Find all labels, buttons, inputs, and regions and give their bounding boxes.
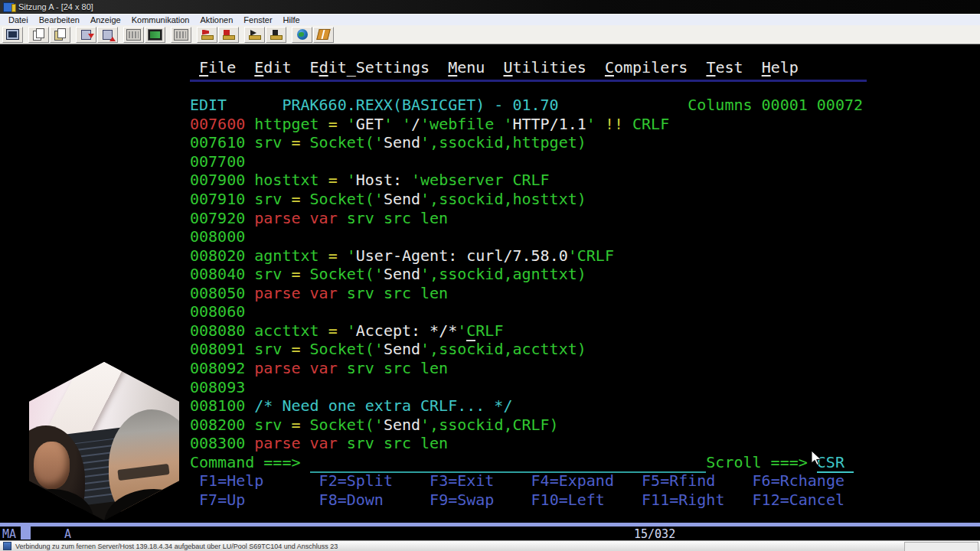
action-utilities[interactable]: Utilities bbox=[503, 58, 586, 77]
line-number: 007910 srv bbox=[190, 190, 291, 208]
terminal-row[interactable]: 007600 httpget = 'GET' '/'webfile 'HTTP/… bbox=[190, 115, 863, 134]
toolbar-stop-marked-button[interactable] bbox=[218, 27, 239, 43]
fkey-f5[interactable]: F5=Rfind bbox=[642, 471, 715, 490]
operator-information-area: MA A 15/032 bbox=[0, 527, 980, 540]
toolbar-play-marked-button[interactable] bbox=[197, 27, 217, 43]
action-menu[interactable]: Menu bbox=[448, 58, 485, 77]
fkey-f2[interactable]: F2=Split bbox=[319, 471, 393, 490]
terminal-row[interactable]: 008091 srv = Socket('Send',ssockid,acctt… bbox=[190, 340, 863, 359]
toolbar-send-file-button[interactable] bbox=[76, 27, 96, 43]
toolbar-display-colors-button[interactable] bbox=[145, 27, 165, 43]
menu-kommunikation[interactable]: Kommunikation bbox=[126, 15, 195, 25]
terminal-row[interactable]: 007610 srv = Socket('Send',ssockid,httpg… bbox=[190, 133, 863, 152]
fkey-f6[interactable]: F6=Rchange bbox=[753, 471, 844, 490]
app-icon[interactable] bbox=[3, 2, 15, 12]
terminal-row[interactable]: 008000 bbox=[190, 227, 863, 246]
action-test[interactable]: Test bbox=[706, 58, 743, 77]
menu-aktionen[interactable]: Aktionen bbox=[195, 15, 239, 25]
fkey-f9[interactable]: F9=Swap bbox=[430, 491, 494, 509]
line-number: 007600 bbox=[190, 115, 254, 133]
terminal-row[interactable]: 008200 srv = Socket('Send',ssockid,CRLF) bbox=[190, 416, 863, 435]
fkey-f11[interactable]: F11=Right bbox=[642, 491, 724, 509]
code-text: CRLF bbox=[623, 115, 669, 133]
mnemonic-letter: d bbox=[319, 58, 328, 77]
new-session-icon bbox=[6, 29, 19, 40]
toolbar-keyboard-map-button[interactable] bbox=[123, 27, 144, 43]
toolbar-macro-record-button[interactable] bbox=[171, 27, 191, 43]
terminal-row[interactable]: EDIT PRAK660.REXX(BASICGET) - 01.70 Colu… bbox=[190, 96, 863, 115]
editor-title: EDIT PRAK660.REXX(BASICGET) - 01.70 bbox=[190, 96, 559, 114]
terminal-row[interactable]: 008093 bbox=[190, 378, 863, 397]
toolbar-new-session-button[interactable] bbox=[2, 27, 23, 43]
fkey-f4[interactable]: F4=Expand bbox=[531, 471, 614, 490]
ispf-action-bar[interactable]: File Edit Edit_Settings Menu Utilities C… bbox=[190, 58, 863, 77]
toolbar-copy-button[interactable] bbox=[28, 27, 49, 43]
action-file[interactable]: File bbox=[199, 58, 236, 77]
code-text: ',ssockid,accttxt) bbox=[420, 340, 586, 358]
terminal-row[interactable]: 008300 parse var srv src len bbox=[190, 434, 863, 453]
code-text: / bbox=[411, 115, 420, 133]
code-text: srv src len bbox=[338, 434, 449, 452]
command-input[interactable] bbox=[310, 453, 707, 473]
menu-hilfe[interactable]: Hilfe bbox=[278, 15, 305, 25]
window-titlebar[interactable]: Sitzung A - [24 x 80] bbox=[0, 0, 980, 14]
toolbar-stop-macro-button[interactable] bbox=[266, 27, 286, 43]
code-text: ' bbox=[347, 246, 356, 265]
toolbar-web-browser-button[interactable] bbox=[292, 27, 312, 43]
code-text: 'CRLF bbox=[568, 246, 614, 265]
terminal-row[interactable]: 007900 hosttxt = 'Host: 'webserver CRLF bbox=[190, 171, 863, 190]
code-text: HTTP/1.1 bbox=[512, 115, 586, 133]
toolbar-play-macro-button[interactable] bbox=[244, 27, 265, 43]
code-text: Socket(' bbox=[310, 340, 384, 358]
menu-fenster[interactable]: Fenster bbox=[238, 15, 277, 25]
action-compilers[interactable]: Compilers bbox=[605, 58, 688, 77]
code-text: ' bbox=[586, 115, 605, 133]
fkey-row[interactable]: F7=Up F8=Down F9=Swap F10=Left F11=Right… bbox=[190, 491, 863, 510]
connection-status-bar: Verbindung zu zum fernen Server/Host 139… bbox=[0, 540, 980, 551]
fkey-f1[interactable]: F1=Help bbox=[199, 471, 263, 490]
scroll-value[interactable]: CSR bbox=[817, 453, 854, 473]
terminal-row[interactable] bbox=[190, 77, 863, 96]
line-number: 008000 bbox=[190, 227, 245, 246]
terminal-row[interactable]: 008092 parse var srv src len bbox=[190, 359, 863, 378]
terminal-row[interactable]: 007910 srv = Socket('Send',ssockid,hostt… bbox=[190, 190, 863, 209]
toolbar-paste-button[interactable] bbox=[50, 27, 70, 43]
toolbar-help-button[interactable] bbox=[313, 27, 334, 43]
menu-datei[interactable]: Datei bbox=[3, 15, 34, 25]
terminal-row[interactable]: 008050 parse var srv src len bbox=[190, 284, 863, 303]
terminal-row[interactable]: 008080 accttxt = 'Accept: */*'CRLF bbox=[190, 321, 863, 341]
code-text: Accept: */* bbox=[356, 321, 457, 340]
menu-bearbeiten[interactable]: Bearbeiten bbox=[34, 15, 85, 25]
action-help[interactable]: Help bbox=[762, 58, 799, 77]
line-number: 008200 srv bbox=[190, 416, 291, 434]
fkey-f10[interactable]: F10=Left bbox=[531, 491, 605, 509]
menu-anzeige[interactable]: Anzeige bbox=[85, 15, 126, 25]
toolbar-receive-file-button[interactable] bbox=[97, 27, 118, 43]
terminal-row[interactable]: 008060 bbox=[190, 302, 863, 321]
play-macro-icon bbox=[248, 30, 261, 40]
receive-file-icon bbox=[103, 30, 113, 40]
action-edit[interactable]: Edit bbox=[254, 58, 291, 77]
command-label: Command ===> bbox=[190, 453, 310, 471]
fkey-f7[interactable]: F7=Up bbox=[199, 491, 245, 509]
terminal-row[interactable]: 007920 parse var srv src len bbox=[190, 209, 863, 228]
action-edit_settings[interactable]: Edit_Settings bbox=[310, 58, 430, 77]
status-bar-right-panel bbox=[904, 542, 978, 551]
columns-indicator: Columns 00001 00072 bbox=[688, 96, 863, 114]
code-text: = bbox=[291, 416, 309, 434]
fkey-f3[interactable]: F3=Exit bbox=[430, 471, 494, 490]
scroll-label: Scroll ===> bbox=[706, 453, 817, 471]
code-text: parse var bbox=[254, 434, 337, 452]
fkey-row[interactable]: F1=Help F2=Split F3=Exit F4=Expand F5=Rf… bbox=[190, 471, 863, 491]
terminal-row[interactable]: 008100 /* Need one extra CRLF... */ bbox=[190, 396, 863, 416]
fkey-f12[interactable]: F12=Cancel bbox=[753, 491, 844, 509]
terminal-row[interactable]: 007700 bbox=[190, 152, 863, 171]
terminal-row[interactable]: 008020 agnttxt = 'User-Agent: curl/7.58.… bbox=[190, 246, 863, 266]
mnemonic-letter: F bbox=[199, 58, 208, 77]
play-marked-icon bbox=[201, 30, 214, 40]
code-text: = bbox=[291, 265, 309, 283]
terminal-row[interactable]: 008040 srv = Socket('Send',ssockid,agntt… bbox=[190, 265, 863, 284]
fkey-f8[interactable]: F8=Down bbox=[319, 491, 384, 509]
terminal-row[interactable]: Command ===> Scroll ===> CSR bbox=[190, 453, 863, 472]
line-number: 008091 srv bbox=[190, 340, 291, 358]
